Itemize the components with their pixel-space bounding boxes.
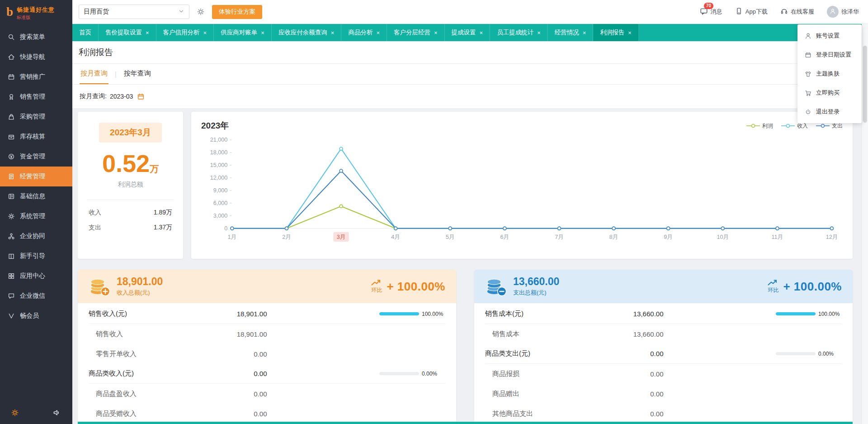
sidebar-item-5[interactable]: 库存核算 [0, 127, 72, 147]
tab-7[interactable]: 提成设置× [445, 24, 491, 41]
content: 利润报告 按月查询|按年查询 按月查询: 2023-03 2023年3月 0.5… [72, 41, 862, 424]
online-service-button[interactable]: 在线客服 [780, 7, 814, 16]
progress-bar: 100.00% [663, 311, 842, 317]
store-selector-value: 日用百货 [84, 8, 109, 16]
income-mom-value: + 100.00% [387, 280, 445, 294]
tab-6[interactable]: 客户分层经营× [387, 24, 445, 41]
row-label: 销售成本(元) [485, 310, 592, 318]
tab-close-icon[interactable]: × [480, 30, 483, 36]
home-icon [8, 53, 15, 61]
table-row: 商品盘盈收入0.00 [89, 384, 445, 404]
expense-coins-icon [485, 276, 507, 296]
app-download-label: App下载 [745, 8, 768, 16]
legend-item-利润[interactable]: 利润 [746, 122, 773, 130]
calendar-icon [805, 52, 811, 58]
sidebar-item-10[interactable]: 企业协同 [0, 226, 72, 246]
expense-mom: 环比 [768, 279, 778, 294]
sidebar-item-label: 新手引导 [20, 252, 45, 260]
tab-close-icon[interactable]: × [261, 30, 264, 36]
profit-total-value: 0.52万 [85, 151, 176, 176]
doc-icon [8, 173, 15, 180]
sidebar-item-label: 资金管理 [20, 152, 45, 161]
sidebar-item-12[interactable]: 应用中心 [0, 266, 72, 286]
tab-3[interactable]: 供应商对账单× [214, 24, 272, 41]
sidebar-item-6[interactable]: 资金管理 [0, 147, 72, 167]
user-menu-item-2[interactable]: 主题换肤 [797, 64, 862, 83]
sidebar-item-3[interactable]: 销售管理 [0, 87, 72, 107]
date-picker-button[interactable] [137, 93, 145, 100]
sidebar-item-13[interactable]: 企业微信 [0, 286, 72, 306]
tab-0[interactable]: 首页 [72, 24, 99, 41]
legend-item-收入[interactable]: 收入 [781, 122, 808, 130]
subtab-monthly[interactable]: 按月查询 [80, 64, 108, 84]
progress-label: 0.00% [422, 371, 445, 377]
sidebar-item-0[interactable]: 搜索菜单 [0, 27, 72, 47]
tab-label: 首页 [79, 29, 91, 37]
bag-icon [8, 113, 15, 120]
tab-close-icon[interactable]: × [331, 30, 335, 36]
tab-close-icon[interactable]: × [583, 30, 586, 36]
topbar: 日用百货 体验行业方案 70 消息 App下载 [72, 0, 868, 24]
user-menu-item-1[interactable]: 登录日期设置 [797, 45, 862, 64]
table-row: 商品类收入(元)0.000.00% [89, 364, 445, 384]
user-button[interactable]: 徐泽华 [827, 6, 859, 18]
profit-chart-card: 2023年 利润收入支出 03,0006,0009,00012,00015,00… [191, 112, 853, 259]
sidebar-item-11[interactable]: 新手引导 [0, 246, 72, 266]
tab-close-icon[interactable]: × [146, 30, 149, 36]
summary-income-row: 收入 1.89万 [85, 202, 176, 217]
sidebar-settings-gear-icon[interactable] [11, 409, 19, 417]
tab-1[interactable]: 售价提取设置× [99, 24, 156, 41]
user-menu-item-4[interactable]: 退出登录 [797, 102, 862, 121]
tab-5[interactable]: 商品分析× [341, 24, 387, 41]
grid-icon [8, 272, 15, 280]
table-row: 销售收入(元)18,901.00100.00% [89, 304, 445, 324]
tab-10[interactable]: 利润报告× [593, 24, 639, 41]
subtab-yearly[interactable]: 按年查询 [123, 64, 152, 84]
app-download-button[interactable]: App下载 [735, 7, 768, 16]
legend-item-支出[interactable]: 支出 [816, 122, 843, 130]
scrollbar[interactable] [862, 24, 868, 424]
legend-marker-icon [816, 123, 830, 129]
cart-icon [805, 90, 811, 96]
industry-solution-button[interactable]: 体验行业方案 [212, 5, 262, 19]
row-label: 其他商品支出 [485, 410, 592, 418]
sidebar-item-14[interactable]: 畅会员 [0, 306, 72, 326]
tab-9[interactable]: 经营情况× [548, 24, 594, 41]
tab-close-icon[interactable]: × [203, 30, 207, 36]
tab-close-icon[interactable]: × [434, 30, 438, 36]
tab-close-icon[interactable]: × [376, 30, 380, 36]
user-menu-item-3[interactable]: 立即购买 [797, 83, 862, 102]
tab-2[interactable]: 客户信用分析× [156, 24, 214, 41]
table-row: 销售成本13,660.00 [485, 324, 842, 344]
sidebar-footer [0, 402, 72, 424]
table-row: 商品赠出0.00 [485, 384, 842, 404]
tab-close-icon[interactable]: × [628, 30, 632, 36]
sidebar-item-4[interactable]: 采购管理 [0, 107, 72, 127]
sidebar-item-2[interactable]: 营销推广 [0, 67, 72, 87]
progress-label: 0.00% [818, 351, 842, 357]
messages-button[interactable]: 70 消息 [700, 7, 722, 17]
announcement-horn-icon[interactable] [52, 409, 61, 417]
summary-expense-row: 支出 1.37万 [85, 217, 176, 232]
svg-text:15,000: 15,000 [210, 162, 228, 168]
line-chart: 03,0006,0009,00012,00015,00018,00021,000… [201, 134, 843, 248]
sidebar-item-label: 基础信息 [20, 192, 45, 200]
sidebar-item-label: 畅会员 [20, 312, 39, 320]
sidebar-item-8[interactable]: 基础信息 [0, 186, 72, 206]
sidebar-item-1[interactable]: 快捷导航 [0, 47, 72, 67]
scrollbar-thumb[interactable] [863, 46, 867, 123]
tab-8[interactable]: 员工提成统计× [490, 24, 548, 41]
gear-icon [11, 409, 19, 417]
store-selector[interactable]: 日用百货 [79, 5, 189, 19]
tab-label: 客户分层经营 [394, 29, 430, 37]
user-menu-item-0[interactable]: 账号设置 [797, 26, 862, 45]
sidebar-item-9[interactable]: 系统管理 [0, 206, 72, 226]
svg-text:12月: 12月 [826, 234, 838, 240]
tab-4[interactable]: 应收应付余额查询× [272, 24, 342, 41]
app-window: b 畅捷通好生意 标准版 搜索菜单快捷导航营销推广销售管理采购管理库存核算资金管… [0, 0, 868, 424]
topbar-gear-button[interactable] [197, 8, 205, 16]
tab-close-icon[interactable]: × [537, 30, 541, 36]
sidebar-item-7[interactable]: 经营管理 [0, 167, 72, 186]
messages-badge: 70 [704, 3, 713, 9]
subtab-separator: | [115, 71, 117, 78]
